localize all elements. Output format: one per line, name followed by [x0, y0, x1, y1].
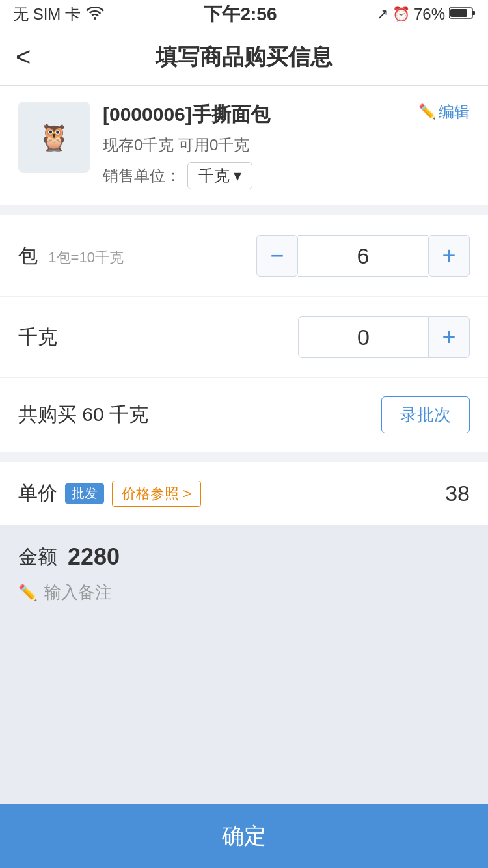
- bag-label: 包 1包=10千克: [18, 243, 256, 269]
- product-name-row: [0000006]手撕面包 ✏️ 编辑: [103, 102, 470, 128]
- price-ref-label: 价格参照 >: [122, 484, 191, 504]
- amount-section: 金额 2280 ✏️ 输入备注: [0, 525, 488, 621]
- total-row: 共购买 60 千克 录批次: [0, 378, 488, 452]
- amount-row: 金额 2280: [18, 543, 470, 571]
- kg-plus-button[interactable]: +: [428, 316, 470, 358]
- kg-qty-control: +: [298, 316, 470, 358]
- confirm-bar[interactable]: 确定: [0, 804, 488, 868]
- price-value: 38: [445, 481, 470, 506]
- remark-placeholder: 输入备注: [44, 581, 112, 604]
- bottom-area: [0, 621, 488, 829]
- svg-rect-1: [472, 11, 475, 15]
- bag-hint: 1包=10千克: [48, 249, 124, 265]
- unit-value: 千克: [198, 165, 230, 186]
- status-time: 下午2:56: [204, 2, 277, 27]
- quantity-section: 包 1包=10千克 − + 千克 + 共购买 60 千克 录批次: [0, 215, 488, 452]
- status-right: ↗ ⏰ 76%: [377, 5, 475, 23]
- status-left: 无 SIM 卡: [13, 4, 104, 25]
- back-button[interactable]: <: [16, 42, 31, 72]
- battery-text: 76%: [414, 5, 445, 23]
- price-left: 单价 批发 价格参照 >: [18, 480, 201, 507]
- product-unit-row: 销售单位： 千克 ▾: [103, 162, 470, 189]
- price-ref-button[interactable]: 价格参照 >: [112, 481, 201, 507]
- bag-plus-button[interactable]: +: [428, 235, 470, 277]
- price-section: 单价 批发 价格参照 > 38: [0, 462, 488, 525]
- bag-quantity-input[interactable]: [298, 235, 428, 277]
- product-stock: 现存0千克 可用0千克: [103, 135, 470, 156]
- alarm-icon: ⏰: [392, 6, 410, 23]
- product-thumbnail: 🦉: [18, 102, 90, 173]
- product-name: [0000006]手撕面包: [103, 102, 270, 128]
- edit-button[interactable]: ✏️ 编辑: [418, 102, 470, 122]
- battery-icon: [449, 5, 475, 23]
- bag-minus-button[interactable]: −: [256, 235, 298, 277]
- pencil-icon: ✏️: [18, 584, 38, 602]
- chevron-down-icon: ▾: [234, 167, 241, 185]
- product-info: [0000006]手撕面包 ✏️ 编辑 现存0千克 可用0千克 销售单位： 千克…: [103, 102, 470, 189]
- carrier-text: 无 SIM 卡: [13, 4, 81, 25]
- svg-rect-2: [450, 9, 467, 17]
- status-bar: 无 SIM 卡 下午2:56 ↗ ⏰ 76%: [0, 0, 488, 29]
- remark-row[interactable]: ✏️ 输入备注: [18, 581, 470, 614]
- unit-selector[interactable]: 千克 ▾: [187, 162, 252, 189]
- price-row: 单价 批发 价格参照 > 38: [18, 480, 470, 507]
- nav-bar: < 填写商品购买信息: [0, 29, 488, 86]
- kg-quantity-input[interactable]: [298, 316, 428, 358]
- unit-label: 销售单位：: [103, 165, 181, 186]
- product-card: 🦉 [0000006]手撕面包 ✏️ 编辑 现存0千克 可用0千克 销售单位： …: [0, 86, 488, 205]
- product-logo-icon: 🦉: [38, 122, 70, 153]
- amount-label: 金额: [18, 544, 57, 571]
- batch-button[interactable]: 录批次: [381, 396, 470, 433]
- kg-row: 千克 +: [0, 297, 488, 378]
- page-title: 填写商品购买信息: [156, 42, 332, 72]
- price-tag: 批发: [65, 483, 104, 504]
- amount-value: 2280: [68, 543, 120, 571]
- confirm-button[interactable]: 确定: [222, 821, 266, 851]
- edit-icon: ✏️: [418, 103, 436, 120]
- location-icon: ↗: [377, 6, 388, 23]
- bag-qty-control: − +: [256, 235, 470, 277]
- price-label: 单价: [18, 480, 57, 507]
- wifi-icon: [86, 5, 104, 23]
- kg-label: 千克: [18, 324, 298, 351]
- total-label: 共购买 60 千克: [18, 401, 148, 428]
- bag-row: 包 1包=10千克 − +: [0, 215, 488, 297]
- edit-label: 编辑: [439, 102, 470, 122]
